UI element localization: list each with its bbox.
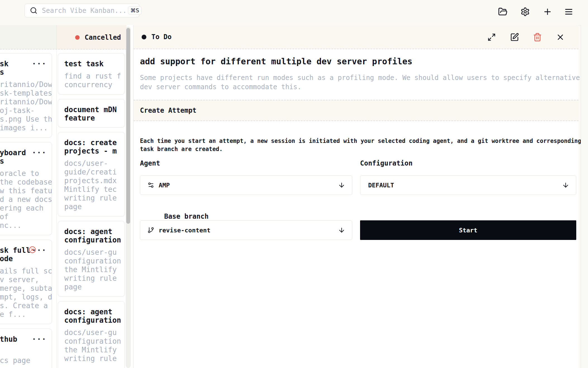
task-card[interactable]: docs: agent configuration docs/user-gu c…: [58, 301, 125, 368]
folder-open-icon: [498, 7, 508, 16]
edit-icon[interactable]: [510, 32, 519, 42]
task-card[interactable]: test task find a rust f concurrency: [58, 53, 125, 95]
column-header-divider: [0, 49, 127, 49]
todo-status-dot: [142, 35, 146, 39]
task-card[interactable]: ... thub cs page: [0, 329, 52, 368]
open-project-button[interactable]: [497, 6, 508, 17]
card-menu-icon[interactable]: ...: [32, 148, 47, 154]
search-icon: [30, 7, 37, 14]
task-detail-panel: To Do add support for different multiple…: [133, 25, 579, 368]
base-branch-select[interactable]: revise-content: [140, 220, 352, 240]
gear-icon: [520, 7, 530, 16]
card-description: oracle to the codebase and w this featur…: [0, 169, 46, 230]
arrow-down-icon: [562, 181, 569, 189]
card-description: docs/user- guide/creati projects.mdx Min…: [64, 159, 118, 211]
sliders-icon: [147, 182, 154, 188]
panel-actions: [487, 25, 565, 49]
app-window: ⌘S Cancelled ...: [0, 0, 588, 368]
arrow-down-icon: [338, 227, 345, 234]
task-title: add support for different multiple dev s…: [140, 56, 412, 66]
hamburger-menu-icon: [564, 7, 573, 16]
configuration-label: Configuration: [360, 159, 413, 167]
card-title: test task: [64, 60, 118, 68]
task-card[interactable]: docs: create projects - m docs/user- gui…: [58, 132, 125, 216]
cancelled-status-dot: [75, 35, 80, 40]
column-divider: [56, 49, 57, 368]
search-shortcut-badge: ⌘S: [128, 6, 142, 15]
arrow-down-icon: [338, 181, 345, 189]
settings-button[interactable]: [520, 6, 531, 17]
add-task-button[interactable]: [542, 6, 553, 17]
delete-icon[interactable]: [533, 32, 542, 42]
base-branch-value: revise-content: [159, 227, 210, 234]
search-input[interactable]: [41, 6, 128, 15]
card-description: cs page: [0, 356, 46, 365]
card-title: document mDN feature: [64, 105, 118, 122]
card-title: docs: agent configuration: [64, 227, 118, 244]
close-icon[interactable]: [556, 32, 565, 42]
card-description: find a rust f concurrency: [64, 72, 118, 89]
board-scrollbar-thumb[interactable]: [126, 28, 130, 224]
column-header-left: [0, 25, 57, 49]
task-card[interactable]: ... yboard s oracle to the codebase and …: [0, 142, 52, 235]
top-bar: ⌘S: [0, 0, 588, 25]
main-menu-button[interactable]: [563, 6, 574, 17]
task-card[interactable]: ... sk s ritannio/Downloa sk-templates.p…: [0, 53, 52, 138]
panel-status-label: To Do: [151, 33, 172, 41]
card-menu-icon[interactable]: ...: [32, 334, 47, 340]
git-branch-icon: [147, 227, 154, 233]
search-box[interactable]: ⌘S: [25, 4, 139, 17]
card-menu-icon[interactable]: ...: [32, 246, 47, 251]
task-card[interactable]: ... sk full ode ails full screen v serve…: [0, 240, 52, 324]
plus-icon: [543, 7, 552, 16]
task-description: Some projects have different run modes s…: [140, 73, 580, 92]
card-description: docs/user-gu configuration the Mintlify …: [64, 248, 118, 291]
task-card[interactable]: docs: agent configuration docs/user-gu c…: [58, 221, 125, 297]
card-title: docs: create projects - m: [64, 138, 118, 155]
panel-header: To Do: [134, 25, 579, 49]
configuration-value: DEFAULT: [368, 182, 394, 189]
section-title: Create Attempt: [140, 107, 196, 114]
card-description: ritannio/Downloa sk-templates.png ritann…: [0, 80, 46, 132]
base-branch-label-text: Base branch: [164, 213, 209, 220]
expand-icon[interactable]: [487, 32, 496, 42]
board-scrollbar[interactable]: [126, 27, 131, 368]
agent-label: Agent: [140, 159, 160, 167]
agent-value: AMP: [159, 182, 170, 189]
panel-scrollbar-track[interactable]: [581, 25, 588, 368]
create-attempt-section-header: Create Attempt: [134, 100, 579, 121]
task-card[interactable]: document mDN feature: [58, 99, 125, 128]
attempt-info-text: Each time you start an attempt, a new se…: [140, 137, 581, 153]
card-description: docs/user-gu configuration the Mintlify …: [64, 328, 118, 363]
start-button[interactable]: Start: [360, 220, 576, 240]
configuration-select[interactable]: DEFAULT: [360, 175, 576, 195]
card-menu-icon[interactable]: ...: [32, 59, 47, 65]
column-header-cancelled: Cancelled: [57, 25, 127, 49]
card-description: ails full screen v server, merge, subtas…: [0, 267, 46, 319]
agent-select[interactable]: AMP: [140, 175, 352, 195]
card-title: docs: agent configuration: [64, 308, 118, 324]
cancelled-column-label: Cancelled: [85, 34, 121, 41]
